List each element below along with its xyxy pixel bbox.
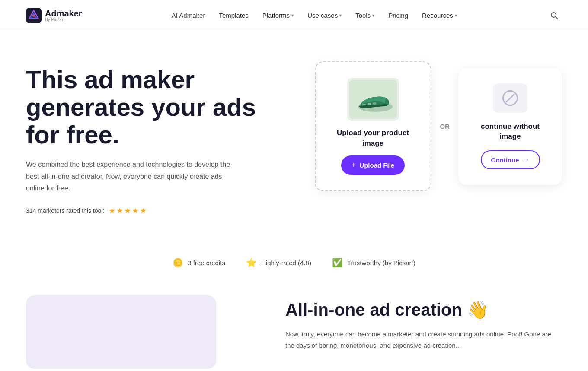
star-2: ★	[116, 206, 123, 216]
rated-label: Highly-rated (4.8)	[261, 259, 311, 266]
shoe-image	[349, 80, 397, 119]
svg-rect-10	[373, 102, 376, 105]
star-5: ★	[140, 206, 147, 216]
continue-card-title: continue without image	[470, 121, 550, 142]
upload-file-button[interactable]: + Upload File	[341, 155, 405, 175]
product-image-preview	[347, 78, 399, 121]
trustworthy-label: Trustworthy (by Picsart)	[347, 259, 415, 266]
section2-content: All-in-one ad creation 👋 Now, truly, eve…	[285, 295, 562, 351]
feature-trustworthy: ✅ Trustworthy (by Picsart)	[332, 257, 415, 268]
rating-text: 314 marketers rated this tool:	[26, 207, 104, 214]
chevron-down-icon: ▾	[455, 13, 457, 18]
section2-text: Now, truly, everyone can become a market…	[285, 329, 562, 351]
slash-circle-icon	[502, 90, 518, 106]
logo-sub: By Picsart	[45, 18, 82, 22]
navbar: Admaker By Picsart AI Admaker Templates …	[0, 0, 588, 31]
feature-rated: ⭐ Highly-rated (4.8)	[246, 257, 311, 268]
upload-card: Upload your product image + Upload File	[315, 61, 431, 191]
search-icon	[550, 11, 559, 20]
section2: All-in-one ad creation 👋 Now, truly, eve…	[0, 278, 588, 371]
chevron-down-icon: ▾	[372, 13, 374, 18]
chevron-down-icon: ▾	[339, 13, 342, 18]
nav-right	[546, 8, 562, 23]
svg-rect-9	[368, 103, 371, 105]
hero-rating: 314 marketers rated this tool: ★ ★ ★ ★ ★	[26, 206, 268, 216]
star-4: ★	[132, 206, 139, 216]
nav-use-cases[interactable]: Use cases ▾	[307, 12, 342, 19]
svg-line-5	[556, 17, 558, 19]
arrow-right-icon: →	[523, 156, 530, 164]
logo-name: Admaker	[45, 9, 82, 18]
nav-pricing[interactable]: Pricing	[388, 12, 408, 19]
nav-links: AI Admaker Templates Platforms ▾ Use cas…	[172, 12, 457, 19]
svg-point-4	[551, 13, 556, 17]
search-button[interactable]	[546, 8, 562, 23]
check-shield-icon: ✅	[332, 257, 343, 268]
svg-point-3	[32, 14, 35, 17]
no-image-icon	[493, 83, 527, 113]
feature-credits: 🪙 3 free credits	[173, 257, 225, 268]
star-3: ★	[124, 206, 131, 216]
continue-card: continue without image Continue →	[458, 68, 562, 185]
section2-preview	[26, 295, 251, 371]
upload-card-title: Upload your product image	[329, 128, 417, 149]
credits-icon: 🪙	[173, 257, 183, 268]
credits-label: 3 free credits	[188, 259, 225, 266]
logo[interactable]: Admaker By Picsart	[26, 8, 82, 23]
upload-btn-label: Upload File	[359, 162, 394, 169]
or-divider: OR	[431, 123, 459, 130]
star-1: ★	[109, 206, 115, 216]
section2-title: All-in-one ad creation 👋	[285, 300, 562, 320]
continue-btn-label: Continue	[491, 156, 519, 164]
hero-left: This ad maker generates your ads for fre…	[26, 66, 268, 216]
feature-bar: 🪙 3 free credits ⭐ Highly-rated (4.8) ✅ …	[0, 247, 588, 278]
star-rating: ★ ★ ★ ★ ★	[109, 206, 147, 216]
nav-resources[interactable]: Resources ▾	[422, 12, 457, 19]
star-icon: ⭐	[246, 257, 257, 268]
hero-right: Upload your product image + Upload File …	[315, 61, 562, 191]
preview-placeholder	[26, 295, 216, 369]
hero-title: This ad maker generates your ads for fre…	[26, 66, 268, 148]
hero-section: This ad maker generates your ads for fre…	[0, 31, 588, 247]
nav-templates[interactable]: Templates	[219, 12, 248, 19]
hero-subtitle: We combined the best experience and tech…	[26, 159, 233, 194]
chevron-down-icon: ▾	[291, 13, 294, 18]
nav-tools[interactable]: Tools ▾	[355, 12, 374, 19]
nav-platforms[interactable]: Platforms ▾	[262, 12, 294, 19]
nav-ai-admaker[interactable]: AI Admaker	[172, 12, 205, 19]
continue-button[interactable]: Continue →	[481, 150, 540, 169]
plus-icon: +	[352, 161, 356, 170]
